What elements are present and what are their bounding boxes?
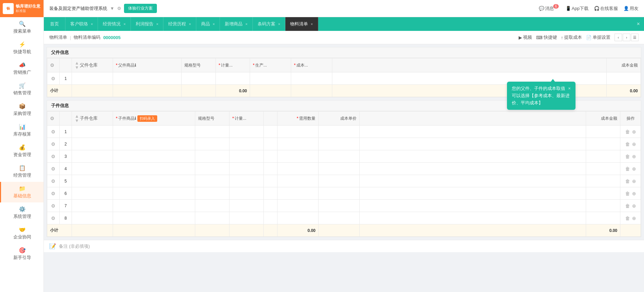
child-row5-warehouse[interactable] [72,175,113,187]
child-row1-warehouse[interactable] [72,126,113,138]
parent-row1-unit[interactable] [216,72,250,85]
child-row1-product[interactable] [113,126,195,138]
parent-row1-settings[interactable]: ⚙ [47,72,60,85]
sidebar-item-system[interactable]: ⚙️ 系统管理 [0,202,44,223]
parent-row1-amount[interactable] [607,72,641,85]
child-row1-settings[interactable]: ⚙ [47,126,60,138]
child-row4-delete-icon[interactable]: 🗑 [625,166,630,172]
child-row7-settings[interactable]: ⚙ [47,200,60,212]
child-row6-settings[interactable]: ⚙ [47,187,60,200]
child-row4-product[interactable] [113,163,195,175]
child-row1-amount[interactable] [586,126,620,138]
child-row8-cost-price[interactable] [319,212,360,224]
sidebar-item-sales[interactable]: 🛒 销售管理 [0,79,44,100]
scan-input-button[interactable]: 扫码录入 [137,115,157,122]
settings-icon[interactable]: ⚙ [117,6,121,11]
child-row1-copy-icon[interactable]: ⊕ [632,129,636,135]
child-row5-amount[interactable] [586,175,620,187]
child-row3-qty[interactable] [277,150,319,163]
hotkey-action[interactable]: ⌨ 快捷键 [536,34,557,40]
tab-home[interactable]: 首页 [44,17,65,31]
child-row6-copy-icon[interactable]: ⊕ [632,191,636,196]
child-row5-spec[interactable] [195,175,230,187]
single-settings-action[interactable]: 📄 单据设置 [586,34,610,40]
app-download-link[interactable]: 📱 App下载 [566,5,589,12]
parent-row1-product[interactable] [113,72,182,85]
child-row4-settings[interactable]: ⚙ [47,163,60,175]
parent-row1-production[interactable] [250,72,291,85]
parent-row1-cost[interactable] [291,72,332,85]
parent-row1-warehouse[interactable] [72,72,113,85]
child-row3-warehouse[interactable] [72,150,113,163]
child-row7-product[interactable] [113,200,195,212]
tab-bom-close[interactable]: × [311,22,313,26]
tab-customer-close[interactable]: × [91,22,93,26]
child-row8-qty[interactable] [277,212,319,224]
child-row3-settings[interactable]: ⚙ [47,150,60,163]
sidebar-item-marketing[interactable]: 📣 营销推广 [0,58,44,79]
sidebar-item-operations[interactable]: 📋 经营管理 [0,161,44,182]
child-row1-unit[interactable] [230,126,264,138]
child-row8-spec[interactable] [195,212,230,224]
sidebar-item-search[interactable]: 🔍 搜索菜单 [0,17,44,38]
child-row2-settings[interactable]: ⚙ [47,138,60,150]
child-row8-settings[interactable]: ⚙ [47,212,60,224]
child-row5-product[interactable] [113,175,195,187]
tab-barcode[interactable]: 条码方案 × [253,17,285,31]
child-row2-qty[interactable] [277,138,319,150]
child-row4-cost-price[interactable] [319,163,360,175]
child-row5-qty[interactable] [277,175,319,187]
child-row5-unit[interactable] [230,175,264,187]
child-row7-delete-icon[interactable]: 🗑 [625,203,630,209]
user-menu[interactable]: 👤 用友 [623,5,639,12]
child-row3-unit[interactable] [230,150,264,163]
child-row4-warehouse[interactable] [72,163,113,175]
child-row6-unit[interactable] [230,187,264,200]
tab-history[interactable]: 经营历程 × [163,17,196,31]
child-row6-product[interactable] [113,187,195,200]
child-row3-amount[interactable] [586,150,620,163]
child-row6-spec[interactable] [195,187,230,200]
tab-operations-close[interactable]: × [123,22,125,26]
child-row2-cost-price[interactable] [319,138,360,150]
child-row5-delete-icon[interactable]: 🗑 [625,178,630,184]
child-row6-warehouse[interactable] [72,187,113,200]
tab-operations[interactable]: 经营情况 × [98,17,131,31]
child-row7-copy-icon[interactable]: ⊕ [632,203,636,209]
message-link[interactable]: 💬 消息 6 [539,5,560,12]
child-row3-copy-icon[interactable]: ⊕ [632,154,636,159]
view-action[interactable]: ▶ 视频 [519,34,532,40]
child-row5-settings[interactable]: ⚙ [47,175,60,187]
tab-new-product-close[interactable]: × [245,22,247,26]
child-row1-qty[interactable] [277,126,319,138]
child-row8-product[interactable] [113,212,195,224]
child-row8-unit[interactable] [230,212,264,224]
child-row6-cost-price[interactable] [319,187,360,200]
child-row2-copy-icon[interactable]: ⊕ [632,141,636,147]
extract-cost-action[interactable]: ↑ 提取成本 [561,34,582,40]
child-row3-product[interactable] [113,150,195,163]
sidebar-item-basic[interactable]: 📁 基础信息 [0,182,44,202]
child-row6-qty[interactable] [277,187,319,200]
child-row7-spec[interactable] [195,200,230,212]
child-row8-copy-icon[interactable]: ⊕ [632,215,636,221]
child-row8-warehouse[interactable] [72,212,113,224]
child-row2-unit[interactable] [230,138,264,150]
child-row7-qty[interactable] [277,200,319,212]
child-row2-amount[interactable] [586,138,620,150]
parent-th-settings[interactable]: ⚙ [47,58,60,72]
child-row4-unit[interactable] [230,163,264,175]
sidebar-item-quicknav[interactable]: ⚡ 快捷导航 [0,38,44,58]
child-row3-spec[interactable] [195,150,230,163]
child-row4-spec[interactable] [195,163,230,175]
sidebar-item-guide[interactable]: 🎯 新手引导 [0,244,44,264]
child-row7-amount[interactable] [586,200,620,212]
sidebar-item-enterprise[interactable]: 🤝 企业协同 [0,223,44,244]
tab-history-close[interactable]: × [189,22,191,26]
child-row7-cost-price[interactable] [319,200,360,212]
child-row7-warehouse[interactable] [72,200,113,212]
child-th-settings[interactable]: ⚙ [47,112,60,126]
trial-button[interactable]: 体验行业方案 [124,4,157,13]
child-row6-delete-icon[interactable]: 🗑 [625,191,630,196]
child-row1-delete-icon[interactable]: 🗑 [625,129,630,135]
